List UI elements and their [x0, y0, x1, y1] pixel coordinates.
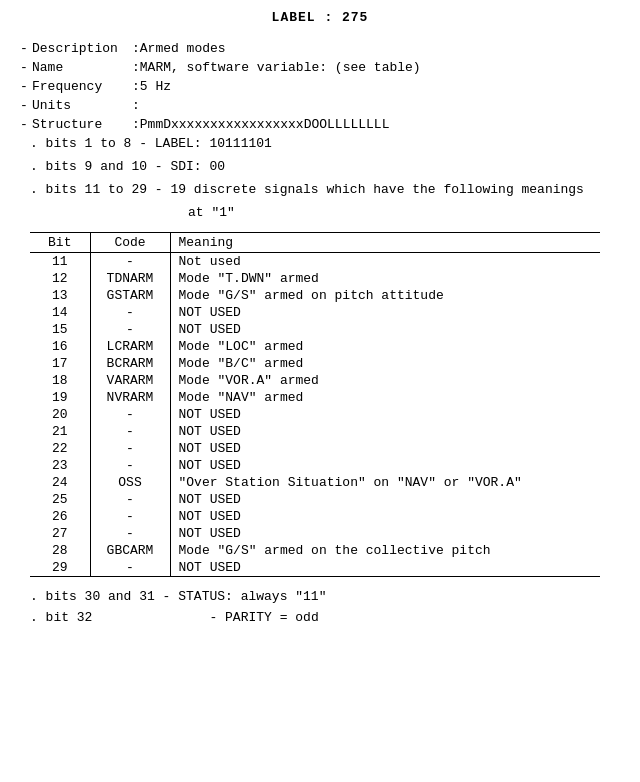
structure-label: Structure [32, 117, 132, 132]
field-dash: - [20, 60, 28, 75]
cell-code: - [90, 440, 170, 457]
bits-dot: . bits 11 to 29 - 19 discrete signals wh… [30, 182, 584, 197]
table-row: 13GSTARMMode "G/S" armed on pitch attitu… [30, 287, 600, 304]
cell-bit: 14 [30, 304, 90, 321]
cell-bit: 13 [30, 287, 90, 304]
cell-code: - [90, 457, 170, 474]
bits-line-1: . bits 1 to 8 - LABEL: 10111101 [20, 136, 620, 151]
table-row: 14-NOT USED [30, 304, 600, 321]
cell-code: - [90, 559, 170, 577]
cell-bit: 11 [30, 253, 90, 271]
description-colon: : [132, 41, 140, 56]
table-row: 19NVRARMMode "NAV" armed [30, 389, 600, 406]
cell-code: GSTARM [90, 287, 170, 304]
cell-meaning: NOT USED [170, 491, 600, 508]
table-row: 24OSS"Over Station Situation" on "NAV" o… [30, 474, 600, 491]
cell-meaning: NOT USED [170, 525, 600, 542]
structure-colon: : [132, 117, 140, 132]
name-value: MARM, software variable: (see table) [140, 60, 620, 75]
bottom-line-2-suffix: - PARITY = odd [209, 610, 318, 625]
cell-meaning: NOT USED [170, 304, 600, 321]
cell-code: - [90, 525, 170, 542]
cell-bit: 21 [30, 423, 90, 440]
table-row: 29-NOT USED [30, 559, 600, 577]
units-row: - Units : [20, 98, 620, 113]
cell-bit: 26 [30, 508, 90, 525]
cell-meaning: Mode "NAV" armed [170, 389, 600, 406]
cell-meaning: Mode "G/S" armed on pitch attitude [170, 287, 600, 304]
cell-meaning: Mode "LOC" armed [170, 338, 600, 355]
cell-code: OSS [90, 474, 170, 491]
description-row: - Description : Armed modes [20, 41, 620, 56]
cell-meaning: NOT USED [170, 321, 600, 338]
cell-code: LCRARM [90, 338, 170, 355]
cell-code: VARARM [90, 372, 170, 389]
cell-meaning: NOT USED [170, 457, 600, 474]
table-row: 11-Not used [30, 253, 600, 271]
cell-meaning: "Over Station Situation" on "NAV" or "VO… [170, 474, 600, 491]
frequency-row: - Frequency : 5 Hz [20, 79, 620, 94]
bottom-line-1: . bits 30 and 31 - STATUS: always "11" [20, 589, 620, 604]
bottom-line-2: . bit 32 - PARITY = odd [20, 610, 620, 625]
col-header-code: Code [90, 233, 170, 253]
cell-code: GBCARM [90, 542, 170, 559]
cell-bit: 29 [30, 559, 90, 577]
bits-line-3-cont: at "1" [20, 205, 620, 220]
bits-line-2: . bits 9 and 10 - SDI: 00 [20, 159, 620, 174]
description-value: Armed modes [140, 41, 620, 56]
units-value: : [132, 98, 620, 113]
cell-meaning: Mode "VOR.A" armed [170, 372, 600, 389]
cell-bit: 23 [30, 457, 90, 474]
cell-bit: 18 [30, 372, 90, 389]
cell-code: BCRARM [90, 355, 170, 372]
cell-code: - [90, 304, 170, 321]
cell-bit: 17 [30, 355, 90, 372]
field-dash: - [20, 117, 28, 132]
frequency-colon: : [132, 79, 140, 94]
field-dash: - [20, 79, 28, 94]
cell-code: - [90, 491, 170, 508]
cell-meaning: Mode "G/S" armed on the collective pitch [170, 542, 600, 559]
table-row: 25-NOT USED [30, 491, 600, 508]
table-row: 17BCRARMMode "B/C" armed [30, 355, 600, 372]
cell-bit: 28 [30, 542, 90, 559]
table-container: Bit Code Meaning 11-Not used12TDNARMMode… [30, 232, 600, 577]
cell-bit: 25 [30, 491, 90, 508]
table-row: 28GBCARMMode "G/S" armed on the collecti… [30, 542, 600, 559]
cell-code: - [90, 406, 170, 423]
cell-meaning: NOT USED [170, 559, 600, 577]
bits-line-3: . bits 11 to 29 - 19 discrete signals wh… [20, 182, 620, 197]
col-header-bit: Bit [30, 233, 90, 253]
bottom-line-2-prefix: . bit 32 [30, 610, 92, 625]
cell-bit: 19 [30, 389, 90, 406]
cell-meaning: NOT USED [170, 508, 600, 525]
table-row: 22-NOT USED [30, 440, 600, 457]
cell-bit: 22 [30, 440, 90, 457]
table-row: 27-NOT USED [30, 525, 600, 542]
col-header-meaning: Meaning [170, 233, 600, 253]
units-label: Units [32, 98, 132, 113]
cell-bit: 16 [30, 338, 90, 355]
cell-meaning: Mode "B/C" armed [170, 355, 600, 372]
table-row: 15-NOT USED [30, 321, 600, 338]
name-colon: : [132, 60, 140, 75]
page-title: LABEL : 275 [20, 10, 620, 25]
cell-meaning: NOT USED [170, 406, 600, 423]
data-table: Bit Code Meaning 11-Not used12TDNARMMode… [30, 232, 600, 577]
cell-meaning: Not used [170, 253, 600, 271]
field-dash: - [20, 98, 28, 113]
structure-row: - Structure : PmmDxxxxxxxxxxxxxxxxxDOOLL… [20, 117, 620, 132]
name-label: Name [32, 60, 132, 75]
table-row: 23-NOT USED [30, 457, 600, 474]
cell-code: NVRARM [90, 389, 170, 406]
cell-meaning: NOT USED [170, 423, 600, 440]
table-row: 16LCRARMMode "LOC" armed [30, 338, 600, 355]
table-row: 18VARARMMode "VOR.A" armed [30, 372, 600, 389]
table-row: 26-NOT USED [30, 508, 600, 525]
frequency-label: Frequency [32, 79, 132, 94]
cell-code: - [90, 508, 170, 525]
cell-meaning: NOT USED [170, 440, 600, 457]
field-dash: - [20, 41, 28, 56]
cell-code: - [90, 321, 170, 338]
description-label: Description [32, 41, 132, 56]
